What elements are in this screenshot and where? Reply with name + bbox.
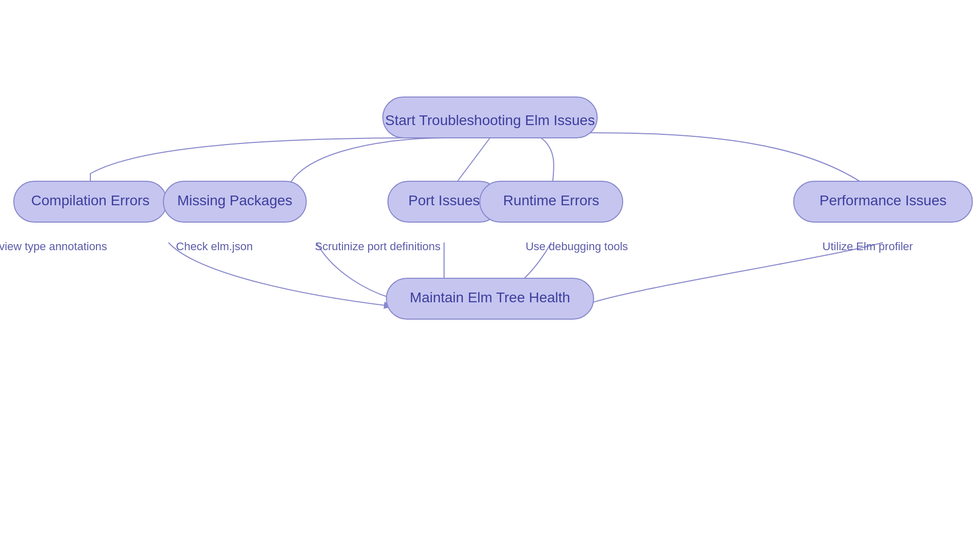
- edge-label-missing: Check elm.json: [176, 240, 253, 253]
- edge-label-compilation: Review type annotations: [0, 240, 107, 253]
- node-compilation-label: Compilation Errors: [31, 193, 150, 208]
- node-runtime-label: Runtime Errors: [503, 193, 599, 208]
- edge-label-runtime: Use debugging tools: [526, 240, 628, 253]
- edge-label-performance: Utilize Elm profiler: [822, 240, 913, 253]
- node-missing-label: Missing Packages: [177, 193, 292, 208]
- node-maintain-label: Maintain Elm Tree Health: [410, 290, 570, 305]
- node-performance-label: Performance Issues: [820, 193, 947, 208]
- diagram-container: Start Troubleshooting Elm Issues Compila…: [0, 0, 980, 553]
- node-port-label: Port Issues: [408, 193, 480, 208]
- edge-label-port: Scrutinize port definitions: [315, 240, 440, 253]
- node-start-label: Start Troubleshooting Elm Issues: [385, 112, 595, 128]
